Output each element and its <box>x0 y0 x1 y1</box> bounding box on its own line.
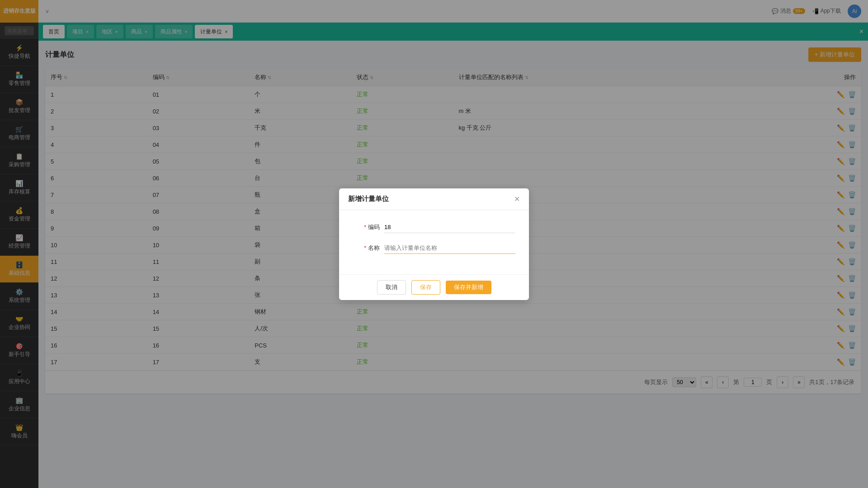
cancel-button[interactable]: 取消 <box>377 280 406 295</box>
code-required-mark: * <box>364 224 368 230</box>
name-required-mark: * <box>364 244 368 251</box>
modal-title: 新增计量单位 <box>348 195 389 203</box>
code-input[interactable] <box>384 221 515 233</box>
code-label: * 编码 <box>353 223 380 231</box>
modal-footer: 取消 保存 保存并新增 <box>339 274 529 300</box>
name-input[interactable] <box>384 242 515 254</box>
name-form-item: * 名称 <box>353 242 515 254</box>
modal-overlay: 新增计量单位 ✕ * 编码 * 名称 取消 保存 保存并新增 <box>0 0 868 488</box>
add-measure-unit-modal: 新增计量单位 ✕ * 编码 * 名称 取消 保存 保存并新增 <box>339 188 529 300</box>
save-button[interactable]: 保存 <box>411 280 440 295</box>
code-form-item: * 编码 <box>353 221 515 233</box>
modal-close-button[interactable]: ✕ <box>514 195 520 203</box>
name-label: * 名称 <box>353 244 380 252</box>
save-and-new-button[interactable]: 保存并新增 <box>446 281 491 294</box>
modal-body: * 编码 * 名称 <box>339 210 529 274</box>
modal-header: 新增计量单位 ✕ <box>339 188 529 210</box>
